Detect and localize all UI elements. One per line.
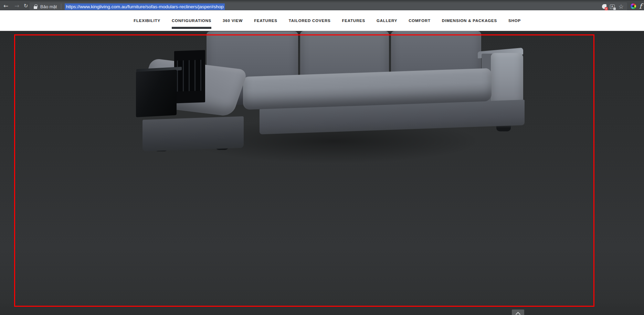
nav-item-configurations[interactable]: CONFIGURATIONS <box>172 10 211 31</box>
url-bar[interactable]: Bảo mật https://www.kingliving.com.au/fu… <box>30 2 627 11</box>
nav-item-flexibility[interactable]: FLEXIBILITY <box>134 10 160 31</box>
nav-item-tailored-covers[interactable]: TAILORED COVERS <box>289 10 331 31</box>
secure-lock-icon[interactable] <box>34 6 37 9</box>
nav-item-features[interactable]: FEATURES <box>342 10 365 31</box>
url-text-selected[interactable]: https://www.kingliving.com.au/furniture/… <box>65 3 224 10</box>
omnibox-separator <box>61 4 61 9</box>
chevron-up-icon <box>516 312 520 315</box>
nav-item-dimension-packages[interactable]: DIMENSION & PACKAGES <box>442 10 497 31</box>
security-label: Bảo mật <box>40 4 57 9</box>
content-blocker-icon[interactable]: × <box>602 4 607 9</box>
nav-item-gallery[interactable]: GALLERY <box>377 10 397 31</box>
blocker-badge: × <box>605 7 608 10</box>
back-icon[interactable]: ← <box>1 1 10 10</box>
nav-item-shop[interactable]: SHOP <box>508 10 521 31</box>
f-extension-icon[interactable]: f <box>639 2 644 10</box>
nav-item-360-view[interactable]: 360 VIEW <box>223 10 243 31</box>
nav-item-features[interactable]: FEATURES <box>254 10 277 31</box>
site-navigation: FLEXIBILITYCONFIGURATIONS360 VIEWFEATURE… <box>0 10 644 31</box>
color-wheel-extension-icon[interactable] <box>631 3 636 9</box>
nav-item-comfort[interactable]: COMFORT <box>409 10 431 31</box>
browser-toolbar: ← → ↻ Bảo mật https://www.kingliving.com… <box>0 1 644 10</box>
bookmark-star-icon[interactable]: ☆ <box>619 4 624 10</box>
product-viewer <box>0 31 644 315</box>
refresh-icon[interactable]: ↻ <box>21 1 30 10</box>
translate-icon[interactable]: A <box>610 4 615 9</box>
scroll-top-button[interactable] <box>512 309 524 315</box>
forward-icon[interactable]: → <box>12 1 21 10</box>
highlight-rectangle <box>14 34 594 307</box>
